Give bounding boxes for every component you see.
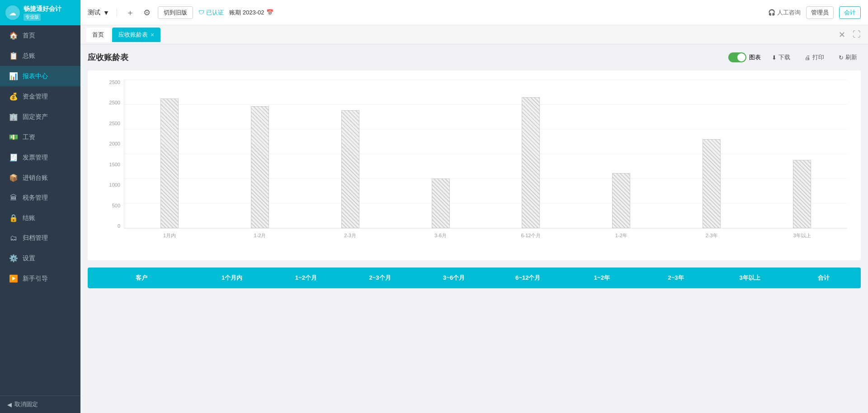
sidebar: ☁ 畅捷通好会计 专业版 🏠 首页 📋 总账 📊 报表中心 💰 资金管理 🏢 固… (0, 0, 80, 413)
chart-x-label-3: 3-6月 (434, 232, 447, 239)
headset-icon: 🎧 (768, 9, 775, 16)
sidebar-icon-reports: 📊 (9, 72, 18, 80)
tab-close-aging[interactable]: × (151, 32, 154, 38)
tab-aging[interactable]: 应收账龄表× (112, 28, 160, 42)
sidebar-icon-payroll: 💵 (9, 133, 18, 141)
y-axis-label: 2500 (109, 100, 120, 105)
cancel-fixed-btn[interactable]: ◀ 取消固定 (0, 395, 80, 413)
download-btn[interactable]: ⬇ 下载 (768, 52, 794, 63)
tab-label-home: 首页 (92, 31, 104, 39)
sidebar-label-ledger: 总账 (23, 52, 35, 60)
chart-card: 2500250025002000150010005000 1月内1-2月2-3月… (88, 70, 861, 260)
sidebar-item-funds[interactable]: 💰 资金管理 (0, 86, 80, 107)
chart-x-label-4: 6-12个月 (521, 232, 541, 239)
sidebar-icon-ledger: 📋 (9, 52, 18, 60)
sidebar-item-close[interactable]: 🔒 结账 (0, 208, 80, 228)
help-label: 人工咨询 (777, 9, 801, 17)
tab-home[interactable]: 首页 (86, 28, 110, 42)
logo-icon: ☁ (5, 5, 20, 20)
sidebar-nav: 🏠 首页 📋 总账 📊 报表中心 💰 资金管理 🏢 固定资产 💵 工资 🧾 发票… (0, 25, 80, 395)
topbar: 测试 ▼ ＋ ⚙ 切到旧版 🛡 已认证 账期 2023-02 📅 🎧 人工咨询 … (80, 0, 868, 25)
sidebar-label-invoice: 发票管理 (23, 154, 48, 162)
add-btn[interactable]: ＋ (124, 5, 136, 20)
sidebar-label-assets: 固定资产 (23, 113, 48, 121)
print-btn[interactable]: 🖨 打印 (801, 52, 828, 63)
sidebar-label-tax: 税务管理 (23, 194, 48, 202)
sidebar-label-funds: 资金管理 (23, 93, 48, 101)
close-panel-btn[interactable]: ✕ (837, 28, 847, 42)
toggle-knob (737, 53, 745, 61)
sidebar-icon-assets: 🏢 (9, 113, 18, 121)
chart-group-6: 2-3年 (666, 139, 757, 228)
chart-x-label-2: 2-3月 (344, 232, 356, 239)
table-header-2: 1~2个月 (269, 268, 343, 288)
sidebar-logo: ☁ 畅捷通好会计 专业版 (0, 0, 80, 25)
pin-left-icon: ◀ (7, 401, 12, 408)
settings-icon-btn[interactable]: ⚙ (142, 6, 152, 19)
table-header-5: 6~12个月 (491, 268, 565, 288)
cancel-fixed-label: 取消固定 (14, 400, 38, 408)
y-axis: 2500250025002000150010005000 (101, 80, 124, 229)
sidebar-item-tax[interactable]: 🏛 税务管理 (0, 188, 80, 208)
expand-btn[interactable]: ⛶ (851, 28, 863, 41)
chart-bar-0 (160, 99, 179, 228)
sidebar-label-reports: 报表中心 (23, 72, 48, 80)
topbar-right: 🎧 人工咨询 管理员 会计 (768, 6, 861, 19)
switch-old-version-btn[interactable]: 切到旧版 (158, 6, 193, 19)
sidebar-item-archive[interactable]: 🗂 归档管理 (0, 228, 80, 248)
table-header-9: 合计 (787, 268, 861, 288)
chart-x-label-5: 1-2年 (615, 232, 627, 239)
certified-badge: 🛡 已认证 (198, 9, 224, 17)
chart-x-label-1: 1-2月 (254, 232, 266, 239)
chart-area: 1月内1-2月2-3月3-6月6-12个月1-2年2-3年3年以上 (124, 80, 847, 229)
y-axis-label: 2000 (109, 141, 120, 146)
project-name: 测试 (88, 9, 100, 17)
refresh-btn[interactable]: ↻ 刷新 (835, 52, 861, 63)
chart-group-2: 2-3月 (305, 110, 396, 228)
role-btn[interactable]: 会计 (839, 6, 861, 19)
sidebar-label-settings: 设置 (23, 254, 35, 263)
y-axis-label: 0 (118, 223, 120, 229)
chart-bar-3 (432, 178, 450, 228)
sidebar-item-invoice[interactable]: 🧾 发票管理 (0, 147, 80, 168)
chart-bar-7 (793, 160, 811, 228)
logo-name: 畅捷通好会计 (24, 5, 61, 13)
sidebar-item-ledger[interactable]: 📋 总账 (0, 46, 80, 66)
project-selector[interactable]: 测试 ▼ (88, 9, 109, 17)
chart-group-0: 1月内 (124, 99, 215, 228)
sidebar-icon-archive: 🗂 (9, 234, 18, 242)
print-icon: 🖨 (805, 54, 811, 61)
sidebar-item-assets[interactable]: 🏢 固定资产 (0, 107, 80, 127)
sidebar-icon-close: 🔒 (9, 214, 18, 222)
chart-toggle-wrap: 图表 (728, 52, 761, 62)
y-axis-label: 1500 (109, 162, 120, 167)
user-btn[interactable]: 管理员 (806, 6, 834, 19)
sidebar-item-payroll[interactable]: 💵 工资 (0, 127, 80, 147)
y-axis-label: 2500 (109, 121, 120, 126)
calendar-icon[interactable]: 📅 (266, 9, 274, 16)
help-btn[interactable]: 🎧 人工咨询 (768, 9, 801, 17)
table-header-3: 2~3个月 (343, 268, 417, 288)
sidebar-item-home[interactable]: 🏠 首页 (0, 25, 80, 46)
chart-x-label-0: 1月内 (163, 232, 176, 239)
sidebar-item-newuser[interactable]: ▶️ 新手引导 (0, 268, 80, 289)
table-header-6: 1~2年 (565, 268, 639, 288)
chart-bar-2 (341, 110, 359, 228)
chart-bar-4 (522, 97, 540, 228)
sidebar-item-settings[interactable]: ⚙️ 设置 (0, 248, 80, 268)
logo-edition: 专业版 (24, 14, 41, 21)
certified-label: 已认证 (206, 9, 224, 17)
sidebar-item-inventory[interactable]: 📦 进销台账 (0, 168, 80, 188)
chart-group-3: 3-6月 (396, 178, 486, 228)
bar-chart: 2500250025002000150010005000 1月内1-2月2-3月… (101, 80, 847, 242)
page-header: 应收账龄表 图表 ⬇ 下载 🖨 打印 ↻ 刷新 (88, 52, 861, 63)
chart-group-7: 3年以上 (757, 160, 847, 228)
sidebar-icon-tax: 🏛 (9, 194, 18, 202)
sidebar-icon-inventory: 📦 (9, 174, 18, 182)
chart-toggle[interactable] (728, 52, 746, 62)
table-header-4: 3~6个月 (417, 268, 491, 288)
tab-label-aging: 应收账龄表 (118, 31, 148, 39)
tabbar-right: ✕ ⛶ (837, 28, 863, 42)
chart-x-label-6: 2-3年 (706, 232, 718, 239)
sidebar-item-reports[interactable]: 📊 报表中心 (0, 66, 80, 86)
